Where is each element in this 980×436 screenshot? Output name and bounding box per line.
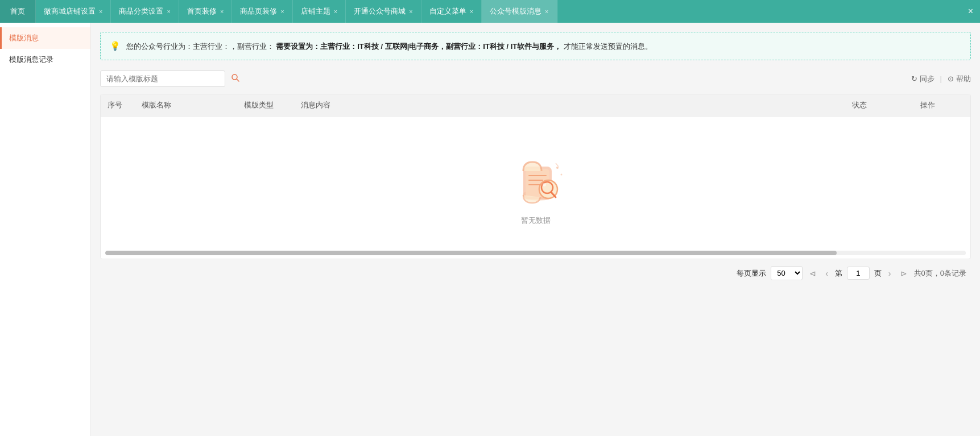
search-icon: [231, 73, 240, 82]
tab-template-msg-close[interactable]: ×: [545, 8, 548, 15]
notice-box: 💡 您的公众号行业为：主营行业：，副营行业： 需要设置为：主营行业：IT科技 /…: [100, 32, 971, 60]
tab-template-msg-label: 公众号模版消息: [490, 6, 541, 16]
notice-text-highlight: 需要设置为：主营行业：IT科技 / 互联网|电子商务，副营行业：IT科技 / I…: [276, 42, 561, 51]
next-page-button[interactable]: ›: [886, 268, 894, 279]
col-name: 模版名称: [135, 94, 237, 117]
col-status: 状态: [845, 94, 913, 117]
sync-button[interactable]: ↻ 同步: [911, 74, 934, 84]
tab-product-decor-close[interactable]: ×: [280, 8, 284, 15]
tab-home-decor-close[interactable]: ×: [220, 8, 224, 15]
first-page-button[interactable]: ⊲: [807, 268, 818, 279]
tab-custom-menu-label: 自定义菜单: [429, 6, 466, 16]
tab-template-msg[interactable]: 公众号模版消息 ×: [482, 0, 557, 23]
col-index: 序号: [101, 94, 135, 117]
last-page-button[interactable]: ⊳: [898, 268, 909, 279]
help-label: 帮助: [956, 74, 971, 84]
col-content: 消息内容: [294, 94, 845, 117]
tab-shop-settings-label: 微商城店铺设置: [44, 6, 96, 16]
sidebar-item-template-msg-log[interactable]: 模版消息记录: [0, 49, 90, 70]
tab-shop-settings[interactable]: 微商城店铺设置 ×: [36, 0, 111, 23]
sidebar-item-template-msg-log-label: 模版消息记录: [9, 55, 53, 64]
page-input[interactable]: [847, 267, 870, 280]
tab-open-mall[interactable]: 开通公众号商城 ×: [346, 0, 421, 23]
tab-home-decor-label: 首页装修: [187, 6, 217, 16]
prev-page-button[interactable]: ‹: [823, 268, 830, 279]
toolbar-divider: |: [940, 74, 942, 83]
sidebar: 模版消息 模版消息记录: [0, 23, 91, 436]
tab-home[interactable]: 首页: [0, 0, 36, 23]
sync-label: 同步: [920, 74, 934, 84]
col-type: 模版类型: [237, 94, 294, 117]
page-word: 页: [874, 268, 882, 279]
tab-custom-menu-close[interactable]: ×: [470, 8, 473, 15]
page-size-label: 每页显示: [737, 268, 766, 279]
page-word-prefix: 第: [835, 268, 842, 279]
tab-store-theme-label: 店铺主题: [301, 6, 330, 16]
sidebar-item-template-msg-label: 模版消息: [9, 34, 39, 42]
tab-category-settings[interactable]: 商品分类设置 ×: [111, 0, 179, 23]
notice-text-suffix: 才能正常发送预置的消息。: [564, 42, 652, 51]
empty-illustration: [507, 151, 564, 207]
scroll-thumb: [105, 251, 837, 255]
svg-line-14: [556, 163, 559, 167]
sync-icon: ↻: [911, 74, 917, 83]
col-action: 操作: [913, 94, 970, 117]
close-all-button[interactable]: ×: [961, 0, 980, 23]
empty-state: 暂无数据: [101, 117, 970, 248]
horizontal-scrollbar[interactable]: [105, 251, 966, 255]
help-icon: ⊙: [948, 74, 954, 83]
tab-home-label: 首页: [10, 6, 25, 16]
top-nav: 首页 微商城店铺设置 × 商品分类设置 × 首页装修 × 商品页装修 × 店铺主…: [0, 0, 980, 23]
svg-point-12: [556, 167, 559, 169]
tab-shop-settings-close[interactable]: ×: [99, 8, 102, 15]
data-table: 序号 模版名称 模版类型 消息内容 状态 操作: [101, 94, 970, 248]
tab-open-mall-label: 开通公众号商城: [354, 6, 406, 16]
notice-text-prefix: 您的公众号行业为：主营行业：，副营行业：: [126, 42, 274, 51]
tab-custom-menu[interactable]: 自定义菜单 ×: [421, 0, 482, 23]
pagination: 每页显示 50 10 20 100 ⊲ ‹ 第 页 › ⊳ 共0页，0条记录: [100, 259, 971, 285]
svg-point-11: [543, 183, 546, 186]
search-button[interactable]: [229, 71, 242, 87]
empty-row: 暂无数据: [101, 117, 970, 249]
help-button[interactable]: ⊙ 帮助: [948, 74, 971, 84]
main-content: 💡 您的公众号行业为：主营行业：，副营行业： 需要设置为：主营行业：IT科技 /…: [91, 23, 980, 436]
tab-home-decor[interactable]: 首页装修 ×: [179, 0, 232, 23]
tab-category-settings-close[interactable]: ×: [167, 8, 170, 15]
tab-open-mall-close[interactable]: ×: [409, 8, 412, 15]
table-header-row: 序号 模版名称 模版类型 消息内容 状态 操作: [101, 94, 970, 117]
toolbar-right: ↻ 同步 | ⊙ 帮助: [911, 74, 971, 84]
page-size-select[interactable]: 50 10 20 100: [771, 266, 803, 280]
bulb-icon: 💡: [110, 41, 121, 51]
tab-category-settings-label: 商品分类设置: [119, 6, 163, 16]
tab-product-decor-label: 商品页装修: [240, 6, 277, 16]
search-bar: ↻ 同步 | ⊙ 帮助: [100, 70, 971, 87]
svg-line-1: [237, 79, 239, 81]
layout: 模版消息 模版消息记录 💡 您的公众号行业为：主营行业：，副营行业： 需要设置为…: [0, 23, 980, 436]
table-wrap: 序号 模版名称 模版类型 消息内容 状态 操作: [100, 94, 971, 259]
svg-point-13: [560, 174, 562, 176]
tab-store-theme-close[interactable]: ×: [334, 8, 337, 15]
empty-text: 暂无数据: [101, 215, 970, 226]
tab-product-decor[interactable]: 商品页装修 ×: [232, 0, 292, 23]
tab-store-theme[interactable]: 店铺主题 ×: [293, 0, 346, 23]
search-input[interactable]: [100, 70, 225, 87]
total-info: 共0页，0条记录: [914, 268, 966, 279]
sidebar-item-template-msg[interactable]: 模版消息: [0, 27, 90, 49]
